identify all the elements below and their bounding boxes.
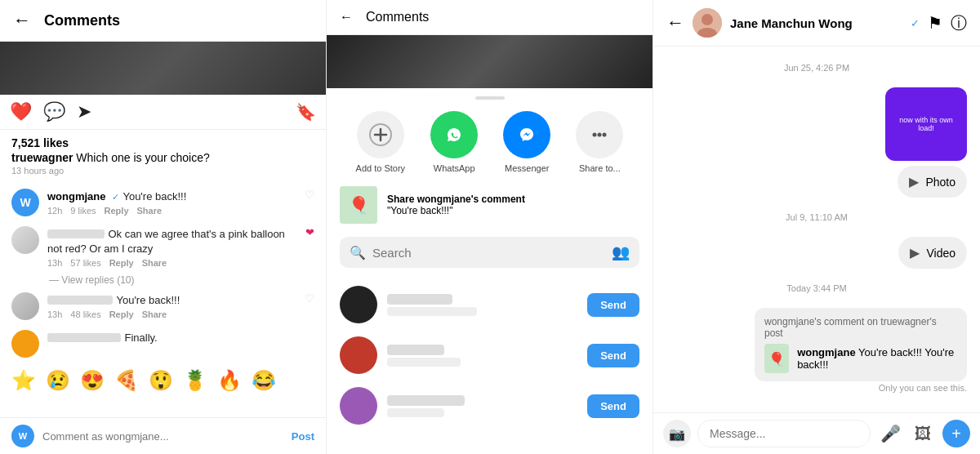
username: Jane Manchun Wong	[730, 16, 902, 30]
bookmark-icon[interactable]: 🔖	[296, 102, 316, 122]
play-icon: ▶	[909, 174, 919, 189]
post-share-bubble[interactable]: wongmjane's comment on truewagner's post…	[755, 308, 967, 381]
reply-button[interactable]: Reply	[109, 258, 134, 268]
share-add-story[interactable]: Add to Story	[356, 111, 406, 173]
dm-avatar	[340, 336, 377, 374]
dm-avatar	[340, 286, 377, 323]
play-icon: ▶	[910, 245, 920, 260]
share-comment-info: Share wongmjane's comment "You're back!!…	[387, 194, 525, 216]
comment-input-bar: W Post	[0, 417, 326, 454]
share-title: Share wongmjane's comment	[387, 194, 525, 205]
dm-item: Send	[327, 381, 653, 431]
share-comment-preview: 🎈 Share wongmjane's comment "You're back…	[340, 186, 639, 224]
comment-item: Ok can we agree that's a pink balloon no…	[0, 221, 326, 273]
emoji-pineapple[interactable]: 🍍	[183, 369, 207, 392]
emoji-laugh[interactable]: 😂	[252, 369, 276, 392]
share-icons-row: Add to Story WhatsApp	[327, 111, 653, 186]
only-you-notice: Only you can see this.	[879, 383, 967, 393]
share-icon[interactable]: ➤	[77, 101, 91, 122]
camera-button[interactable]: 📷	[663, 420, 691, 447]
share-comment-button[interactable]: Share	[137, 206, 163, 216]
likes-count: 7,521 likes	[11, 136, 314, 149]
comment-item: You're back!!! 13h 48 likes Reply Share …	[0, 287, 326, 325]
emoji-sad[interactable]: 😢	[46, 369, 70, 392]
svg-point-6	[598, 133, 602, 137]
dm-avatar	[340, 387, 377, 425]
comment-likes: 57 likes	[70, 258, 100, 268]
add-person-icon[interactable]: 👥	[612, 243, 630, 261]
middle-header: ← Comments	[327, 0, 653, 35]
comment-body: Finally.	[47, 330, 314, 345]
share-whatsapp[interactable]: WhatsApp	[430, 111, 478, 173]
flag-icon[interactable]: ⚑	[928, 13, 942, 33]
comment-text: Finally.	[124, 332, 157, 344]
mic-button[interactable]: 🎤	[877, 421, 903, 447]
like-comment-icon[interactable]: ♡	[305, 189, 314, 201]
message-input[interactable]	[697, 420, 871, 447]
share-more[interactable]: Share to...	[576, 111, 623, 173]
comment-username	[47, 296, 113, 305]
view-replies-button[interactable]: View replies (10)	[0, 273, 326, 287]
comment-meta: 12h 9 likes Reply Share	[47, 206, 296, 216]
action-bar: ❤️ 💬 ➤ 🔖	[0, 95, 326, 130]
search-input[interactable]	[372, 246, 605, 260]
dm-info	[387, 294, 577, 316]
share-more-icon	[576, 111, 623, 158]
share-messenger[interactable]: Messenger	[503, 111, 550, 173]
post-button[interactable]: Post	[292, 430, 314, 443]
share-post-thumb: 🎈	[340, 186, 377, 224]
right-dm-panel: ← Jane Manchun Wong ✓ ⚑ ⓘ Jun 25, 4:26 P…	[653, 0, 980, 454]
likes-section: 7,521 likes truewagner Which one is your…	[0, 130, 326, 177]
comment-icon[interactable]: 💬	[43, 101, 65, 122]
emoji-star[interactable]: ⭐	[11, 369, 36, 392]
back-icon-left[interactable]: ←	[13, 10, 31, 31]
user-avatar	[693, 8, 722, 38]
like-comment-icon[interactable]: ❤	[305, 226, 314, 238]
shared-username: wongmjane	[797, 346, 856, 358]
middle-title: Comments	[366, 10, 429, 24]
share-comment-button[interactable]: Share	[142, 258, 167, 268]
reply-button[interactable]: Reply	[109, 309, 134, 319]
emoji-wow[interactable]: 😲	[149, 369, 173, 392]
reply-button[interactable]: Reply	[105, 206, 129, 216]
comment-likes: 48 likes	[70, 309, 100, 319]
comment-time: 12h	[47, 206, 62, 216]
emoji-heart-eyes[interactable]: 😍	[80, 369, 105, 392]
send-button[interactable]: Send	[587, 394, 639, 418]
emoji-pizza[interactable]: 🍕	[114, 369, 139, 392]
like-icon[interactable]: ❤️	[10, 101, 32, 122]
share-comment-button[interactable]: Share	[142, 309, 167, 319]
share-caption: wongmjane's comment on truewagner's post	[764, 316, 957, 339]
shared-comment-text: You're back!!!	[858, 346, 922, 358]
emoji-fire[interactable]: 🔥	[217, 369, 242, 392]
current-user-avatar: W	[11, 425, 34, 447]
video-message[interactable]: ▶ Video	[898, 237, 967, 269]
dm-name	[387, 395, 465, 406]
photo-message[interactable]: ▶ Photo	[898, 166, 967, 198]
left-title: Comments	[44, 12, 120, 29]
right-header: ← Jane Manchun Wong ✓ ⚑ ⓘ	[653, 0, 980, 47]
post-preview-left	[0, 42, 326, 95]
bubble-inner: 🎈 wongmjane You're back!!! You're back!!…	[764, 344, 957, 373]
back-icon-right[interactable]: ←	[666, 12, 684, 33]
today-divider: Today 3:44 PM	[666, 283, 967, 293]
share-sheet: Add to Story WhatsApp	[327, 88, 653, 439]
share-comment-heading: Share wongmjane's comment	[387, 194, 525, 205]
image-button[interactable]: 🖼	[910, 421, 936, 447]
like-comment-icon[interactable]: ♡	[305, 292, 314, 305]
whatsapp-icon	[430, 111, 478, 158]
comment-input[interactable]	[42, 430, 283, 443]
messages-area: Jun 25, 4:26 PM now with its own load! ▶…	[653, 47, 980, 412]
comment-meta: 13h 48 likes Reply Share	[47, 309, 296, 319]
svg-point-7	[603, 133, 607, 137]
post-thumbnail: now with its own load!	[885, 87, 967, 161]
plus-button[interactable]: +	[942, 420, 970, 447]
share-quote: "You're back!!!"	[387, 205, 525, 216]
back-icon-middle[interactable]: ←	[340, 10, 353, 24]
share-thumb: 🎈	[764, 344, 789, 373]
comment-username	[47, 229, 105, 238]
info-icon[interactable]: ⓘ	[951, 12, 967, 34]
send-button[interactable]: Send	[587, 344, 639, 367]
time-divider: Jul 9, 11:10 AM	[666, 212, 967, 222]
send-button[interactable]: Send	[587, 293, 639, 317]
